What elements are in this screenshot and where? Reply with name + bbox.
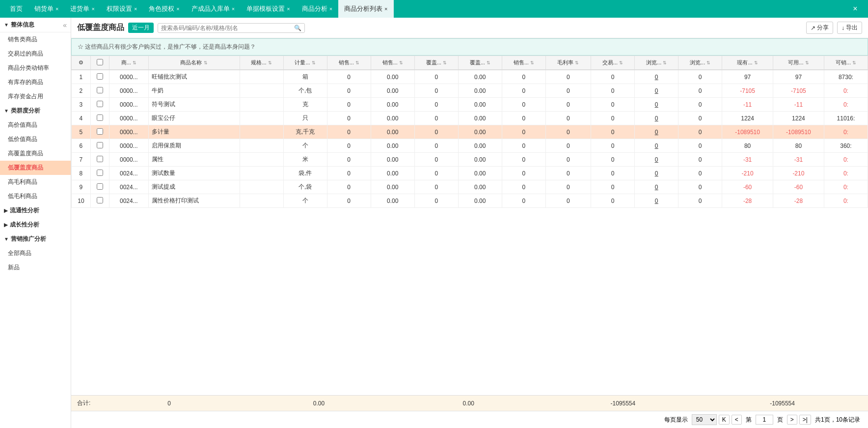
row-browse1[interactable]: 0 (635, 167, 678, 180)
col-trade[interactable]: 交易... ⇅ (591, 56, 635, 70)
next-page-button[interactable]: > (787, 415, 797, 425)
sidebar-section-overall[interactable]: ▼ 整体信息 (4, 21, 63, 29)
row-checkbox[interactable] (90, 112, 109, 125)
export-button[interactable]: ↓ 导出 (837, 22, 862, 34)
row-checkbox[interactable] (90, 139, 109, 153)
sidebar-item-stock-capital[interactable]: 库存资金占用 (0, 89, 71, 104)
sidebar-item-low-value[interactable]: 低价值商品 (0, 132, 71, 146)
nav-product-analysis-list-close[interactable]: × (384, 6, 387, 12)
col-current-stock[interactable]: 现有... ⇅ (722, 56, 773, 70)
row-select-checkbox[interactable] (97, 183, 103, 190)
col-unit[interactable]: 计量... ⇅ (283, 56, 327, 70)
row-checkbox[interactable] (90, 194, 109, 208)
last-page-button[interactable]: >| (799, 415, 811, 425)
row-select-checkbox[interactable] (97, 114, 103, 121)
col-checkbox[interactable] (90, 56, 109, 70)
row-browse1[interactable]: 0 (635, 125, 678, 139)
prev-page-button[interactable]: < (732, 415, 742, 425)
row-select-checkbox[interactable] (97, 87, 103, 93)
row-select-checkbox[interactable] (97, 142, 103, 148)
sidebar-item-new-goods[interactable]: 新品 (0, 260, 71, 275)
row-sales-amt: 0.00 (371, 153, 414, 167)
search-icon[interactable]: 🔍 (294, 25, 301, 31)
row-browse1[interactable]: 0 (635, 194, 678, 208)
nav-purchase-order-close[interactable]: × (91, 6, 94, 12)
sidebar-section-liquidity[interactable]: ▶ 流通性分析 (0, 203, 71, 218)
nav-role-auth[interactable]: 角色授权 × (143, 0, 185, 18)
col-sellable[interactable]: 可销... ⇅ (824, 56, 868, 70)
row-checkbox[interactable] (90, 125, 109, 139)
nav-template-close[interactable]: × (287, 6, 290, 12)
col-cover2[interactable]: 覆盖... ⇅ (458, 56, 502, 70)
row-checkbox[interactable] (90, 153, 109, 167)
sidebar-item-category-rate[interactable]: 商品分类动销率 (0, 61, 71, 75)
col-spec[interactable]: 规格... ⇅ (240, 56, 283, 70)
sidebar-item-low-profit[interactable]: 低毛利商品 (0, 189, 71, 203)
nav-finished-goods[interactable]: 产成品入库单 × (186, 0, 241, 18)
nav-permission-settings[interactable]: 权限设置 × (101, 0, 143, 18)
col-available[interactable]: 可用... ⇅ (773, 56, 824, 70)
row-browse1[interactable]: 0 (635, 153, 678, 167)
row-browse1[interactable]: 0 (635, 139, 678, 153)
nav-product-analysis-close[interactable]: × (329, 6, 332, 12)
row-select-checkbox[interactable] (97, 170, 103, 176)
row-select-checkbox[interactable] (97, 197, 103, 203)
col-browse1[interactable]: 浏览... ⇅ (635, 56, 678, 70)
col-cover1[interactable]: 覆盖... ⇅ (414, 56, 458, 70)
sidebar-item-high-value[interactable]: 高价值商品 (0, 118, 71, 132)
page-input[interactable] (756, 415, 773, 425)
row-browse1[interactable]: 0 (635, 180, 678, 194)
sidebar-item-sales-goods[interactable]: 销售类商品 (0, 32, 71, 47)
nav-sales-order-close[interactable]: × (55, 6, 58, 12)
row-cover1: 0 (414, 98, 458, 112)
col-code[interactable]: 商... ⇅ (109, 56, 148, 70)
sidebar-section-growth[interactable]: ▶ 成长性分析 (0, 218, 71, 232)
select-all-checkbox[interactable] (97, 59, 103, 65)
sidebar-item-low-coverage[interactable]: 低覆盖度商品 (0, 161, 71, 175)
col-gross-rate[interactable]: 毛利率 ⇅ (545, 56, 591, 70)
sidebar-item-high-coverage[interactable]: 高覆盖度商品 (0, 146, 71, 161)
sidebar-item-traded-goods[interactable]: 交易过的商品 (0, 47, 71, 61)
sidebar-section-marketing[interactable]: ▼ 营销推广分析 (0, 232, 71, 246)
col-settings[interactable]: ⚙ (72, 56, 91, 70)
sidebar-section-cluster[interactable]: ▼ 类群度分析 (0, 104, 71, 118)
col-browse2[interactable]: 浏览... ⇅ (678, 56, 722, 70)
nav-permission-close[interactable]: × (134, 6, 137, 12)
nav-sales-order[interactable]: 销货单 × (28, 0, 64, 18)
nav-product-analysis-list[interactable]: 商品分析列表 × (338, 0, 393, 18)
sidebar-item-in-stock[interactable]: 有库存的商品 (0, 75, 71, 89)
sidebar-item-high-profit[interactable]: 高毛利商品 (0, 175, 71, 189)
nav-template-settings[interactable]: 单据模板设置 × (241, 0, 296, 18)
row-browse1[interactable]: 0 (635, 98, 678, 112)
time-tag-button[interactable]: 近一月 (128, 23, 154, 33)
col-sales-qty[interactable]: 销售... ⇅ (327, 56, 371, 70)
nav-purchase-order[interactable]: 进货单 × (64, 0, 100, 18)
per-page-select[interactable]: 50 20 100 (692, 414, 717, 425)
row-select-checkbox[interactable] (97, 128, 103, 135)
share-button[interactable]: ↗ 分享 (806, 22, 833, 34)
row-checkbox[interactable] (90, 167, 109, 180)
search-input[interactable] (161, 25, 294, 31)
row-select-checkbox[interactable] (97, 156, 103, 162)
row-select-checkbox[interactable] (97, 73, 103, 80)
row-select-checkbox[interactable] (97, 101, 103, 107)
col-sales2[interactable]: 销售... ⇅ (502, 56, 545, 70)
row-checkbox[interactable] (90, 98, 109, 112)
window-close-button[interactable]: × (846, 0, 864, 18)
data-table-container[interactable]: ⚙ 商... ⇅ 商品名称 ⇅ 规格... ⇅ 计量... ⇅ 销售... ⇅ … (71, 56, 868, 395)
nav-product-analysis[interactable]: 商品分析 × (296, 0, 338, 18)
row-checkbox[interactable] (90, 70, 109, 84)
col-name[interactable]: 商品名称 ⇅ (148, 56, 240, 70)
sidebar-item-all-goods[interactable]: 全部商品 (0, 246, 71, 260)
first-page-button[interactable]: K (719, 415, 730, 425)
col-sales-amt[interactable]: 销售... ⇅ (371, 56, 414, 70)
row-browse1[interactable]: 0 (635, 112, 678, 125)
nav-home[interactable]: 首页 (4, 0, 28, 18)
row-checkbox[interactable] (90, 180, 109, 194)
row-browse1[interactable]: 0 (635, 84, 678, 98)
nav-role-auth-close[interactable]: × (176, 6, 179, 12)
sidebar-toggle[interactable]: « (63, 21, 67, 29)
row-checkbox[interactable] (90, 84, 109, 98)
nav-finished-goods-close[interactable]: × (232, 6, 235, 12)
row-browse1[interactable]: 0 (635, 70, 678, 84)
